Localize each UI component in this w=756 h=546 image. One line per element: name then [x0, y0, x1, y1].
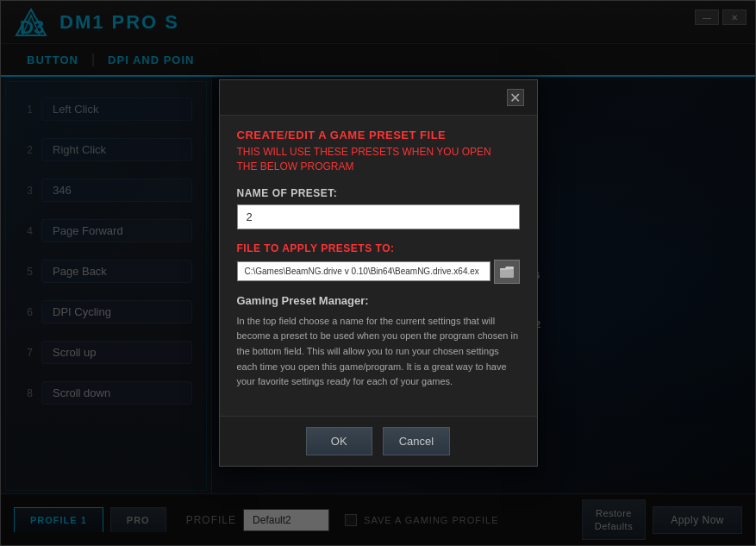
modal-close-button[interactable]: ✕ — [507, 89, 524, 106]
name-field-label: NAME OF PRESET: — [237, 187, 520, 199]
app-window: D3 DM1 PRO S — ✕ BUTTON | DPI AND POIN 1… — [0, 0, 756, 546]
modal-footer: OK Cancel — [220, 416, 537, 466]
cancel-button[interactable]: Cancel — [383, 427, 450, 455]
modal-body: CREATE/EDIT A GAME PRESET FILE THIS WILL… — [220, 116, 537, 416]
file-input-row — [237, 260, 520, 284]
svg-rect-18 — [500, 269, 514, 278]
file-path-input[interactable] — [237, 261, 490, 281]
folder-icon — [499, 265, 515, 279]
ok-button[interactable]: OK — [306, 427, 372, 455]
gaming-preset-description: In the top field choose a name for the c… — [237, 314, 520, 390]
gaming-preset-manager-title: Gaming Preset Manager: — [237, 294, 520, 307]
modal-subtitle: THIS WILL USE THESE PRESETS WHEN YOU OPE… — [237, 145, 520, 174]
file-browse-button[interactable] — [494, 260, 520, 284]
modal-header: ✕ — [220, 80, 537, 116]
modal-overlay: ✕ CREATE/EDIT A GAME PRESET FILE THIS WI… — [1, 1, 755, 545]
modal-title: CREATE/EDIT A GAME PRESET FILE — [237, 129, 520, 141]
preset-name-input[interactable] — [237, 204, 520, 229]
file-field-label: FILE TO APPLY PRESETS TO: — [237, 242, 520, 254]
modal-dialog: ✕ CREATE/EDIT A GAME PRESET FILE THIS WI… — [219, 79, 538, 467]
